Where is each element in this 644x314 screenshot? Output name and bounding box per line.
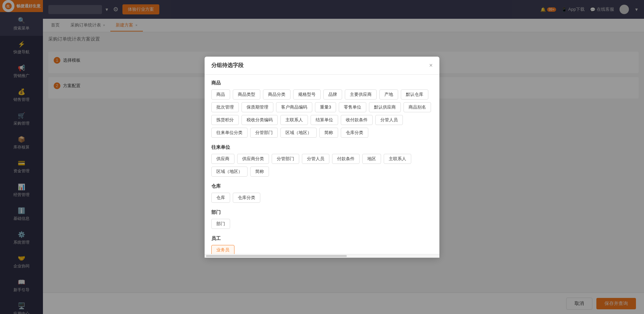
product-fields: 商品 商品类型 商品分类 规格型号 品牌 主要供应商 产地 默认仓库 批次管理 … <box>211 89 433 138</box>
dialog-body[interactable]: 商品 商品 商品类型 商品分类 规格型号 品牌 主要供应商 产地 默认仓库 批次… <box>205 75 439 254</box>
dialog-title: 分组待选字段 <box>211 62 244 69</box>
field-retail-unit[interactable]: 零售单位 <box>339 102 366 112</box>
field-area[interactable]: 地区 <box>362 154 381 164</box>
field-batch-mgmt[interactable]: 批次管理 <box>211 102 239 112</box>
section-product-title: 商品 <box>211 80 433 86</box>
field-main-supplier[interactable]: 主要供应商 <box>345 89 377 100</box>
field-pick-score[interactable]: 拣货积分 <box>211 115 239 125</box>
field-supplier[interactable]: 供应商 <box>211 154 234 164</box>
field-main-contact[interactable]: 主联系人 <box>280 115 308 125</box>
section-warehouse-title: 仓库 <box>211 183 433 189</box>
section-warehouse: 仓库 仓库 仓库分类 <box>211 183 433 203</box>
field-default-supplier[interactable]: 默认供应商 <box>369 102 401 112</box>
field-pay-terms[interactable]: 付款条件 <box>332 154 360 164</box>
field-product-type[interactable]: 商品类型 <box>233 89 260 100</box>
dept-fields: 部门 <box>211 219 433 229</box>
field-settlement-unit[interactable]: 结算单位 <box>311 115 338 125</box>
section-partner-title: 往来单位 <box>211 144 433 150</box>
field-product-category[interactable]: 商品分类 <box>263 89 290 100</box>
field-brand[interactable]: 品牌 <box>323 89 342 100</box>
field-origin[interactable]: 产地 <box>379 89 398 100</box>
employee-fields: 业务员 <box>211 245 433 254</box>
field-weight3[interactable]: 重量3 <box>315 102 336 112</box>
field-expiry-mgmt[interactable]: 保质期管理 <box>241 102 273 112</box>
field-warehouse[interactable]: 仓库 <box>211 193 230 203</box>
warehouse-fields: 仓库 仓库分类 <box>211 193 433 203</box>
dialog-header: 分组待选字段 × <box>205 57 439 75</box>
section-product: 商品 商品 商品类型 商品分类 规格型号 品牌 主要供应商 产地 默认仓库 批次… <box>211 80 433 138</box>
field-salesperson[interactable]: 业务员 <box>211 245 234 254</box>
field-manager[interactable]: 分管人员 <box>375 115 403 125</box>
section-employee-title: 员工 <box>211 236 433 242</box>
field-mgmt-person[interactable]: 分管人员 <box>302 154 329 164</box>
field-spec-model[interactable]: 规格型号 <box>293 89 321 100</box>
field-region-partner[interactable]: 区域（地区） <box>211 167 248 177</box>
section-partner: 往来单位 供应商 供应商分类 分管部门 分管人员 付款条件 地区 主联系人 区域… <box>211 144 433 177</box>
section-dept-title: 部门 <box>211 209 433 215</box>
dialog-close-button[interactable]: × <box>429 62 433 69</box>
field-default-warehouse[interactable]: 默认仓库 <box>401 89 428 100</box>
field-tax-code[interactable]: 税收分类编码 <box>241 115 278 125</box>
field-warehouse-cat-product[interactable]: 仓库分类 <box>341 128 368 138</box>
section-employee: 员工 业务员 <box>211 236 433 254</box>
field-department[interactable]: 部门 <box>211 219 230 229</box>
dialog-overlay: 分组待选字段 × 商品 商品 商品类型 商品分类 规格型号 品牌 主要供应商 产… <box>0 0 644 314</box>
field-product[interactable]: 商品 <box>211 89 230 100</box>
dialog-horizontal-scrollbar[interactable] <box>205 254 439 258</box>
field-short-name-partner[interactable]: 简称 <box>250 167 269 177</box>
field-main-contact-partner[interactable]: 主联系人 <box>384 154 411 164</box>
field-product-alias[interactable]: 商品别名 <box>404 102 431 112</box>
partner-fields: 供应商 供应商分类 分管部门 分管人员 付款条件 地区 主联系人 区域（地区） … <box>211 154 433 177</box>
field-short-name-product[interactable]: 简称 <box>319 128 338 138</box>
field-mgmt-dept[interactable]: 分管部门 <box>272 154 299 164</box>
field-customer-code[interactable]: 客户商品编码 <box>276 102 312 112</box>
field-region-product[interactable]: 区域（地区） <box>280 128 317 138</box>
field-dept[interactable]: 分管部门 <box>250 128 278 138</box>
section-department: 部门 部门 <box>211 209 433 229</box>
field-warehouse-cat[interactable]: 仓库分类 <box>233 193 260 203</box>
field-partner-category[interactable]: 往来单位分类 <box>211 128 248 138</box>
field-supplier-cat[interactable]: 供应商分类 <box>237 154 269 164</box>
field-payment-terms[interactable]: 收付款条件 <box>341 115 373 125</box>
field-select-dialog: 分组待选字段 × 商品 商品 商品类型 商品分类 规格型号 品牌 主要供应商 产… <box>205 57 439 258</box>
